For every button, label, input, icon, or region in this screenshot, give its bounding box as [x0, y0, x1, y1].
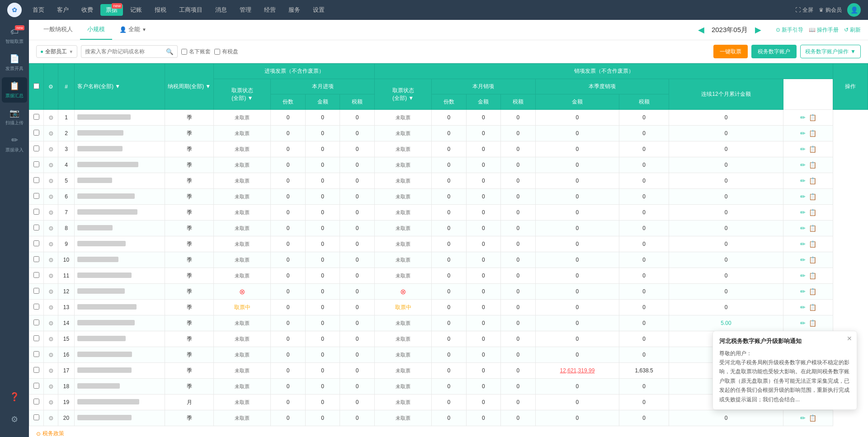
select-all-checkbox[interactable] — [33, 83, 39, 89]
nav-message[interactable]: 消息 — [210, 4, 232, 16]
tax-disk-filter[interactable]: 有税盘 — [214, 48, 238, 56]
one-click-fetch-btn[interactable]: 一键取票 — [713, 45, 748, 58]
row-checkbox[interactable] — [33, 272, 39, 278]
row-edit-btn[interactable]: ✏ — [799, 255, 807, 264]
row-checkbox[interactable] — [33, 304, 39, 310]
row-checkbox[interactable] — [33, 146, 39, 151]
row-edit-btn[interactable]: ✏ — [799, 287, 807, 296]
digital-account-ops-btn[interactable]: 税务数字账户操作 ▼ — [800, 45, 861, 58]
sidebar-item-smart-fetch[interactable]: 🏷 智能取票 new — [2, 23, 27, 48]
row-settings-icon[interactable]: ⚙ — [48, 415, 54, 422]
row-copy-btn[interactable]: 📋 — [808, 160, 817, 169]
row-checkbox[interactable] — [33, 256, 39, 262]
tab-small-scale[interactable]: 小规模 — [80, 20, 112, 40]
member-btn[interactable]: ♛ 购会员 — [819, 6, 842, 14]
row-copy-btn[interactable]: 📋 — [808, 287, 817, 296]
nav-accounting[interactable]: 记账 — [125, 4, 147, 16]
new-guide-link[interactable]: ⊙新手引导 — [776, 26, 803, 34]
row-checkbox[interactable] — [33, 193, 39, 199]
row-edit-btn[interactable]: ✏ — [799, 319, 807, 328]
row-edit-btn[interactable]: ✏ — [799, 176, 807, 185]
nav-operations[interactable]: 经营 — [259, 4, 281, 16]
sidebar-item-scan-upload[interactable]: 📷 扫描上传 — [2, 104, 27, 130]
nav-fee[interactable]: 收费 — [76, 4, 99, 16]
row-copy-btn[interactable]: 📋 — [808, 319, 817, 328]
tax-disk-checkbox[interactable] — [214, 49, 220, 55]
row-checkbox[interactable] — [33, 320, 39, 325]
row-settings-icon[interactable]: ⚙ — [48, 336, 54, 343]
row-edit-btn[interactable]: ✏ — [799, 414, 807, 423]
row-edit-btn[interactable]: ✏ — [799, 129, 807, 138]
row-edit-btn[interactable]: ✏ — [799, 192, 807, 201]
row-settings-icon[interactable]: ⚙ — [48, 162, 54, 169]
row-checkbox[interactable] — [33, 399, 39, 404]
row-settings-icon[interactable]: ⚙ — [48, 273, 54, 279]
row-copy-btn[interactable]: 📋 — [808, 414, 817, 423]
row-settings-icon[interactable]: ⚙ — [48, 288, 54, 295]
row-copy-btn[interactable]: 📋 — [808, 255, 817, 264]
row-settings-icon[interactable]: ⚙ — [48, 178, 54, 184]
header-jin-status[interactable]: 取票状态(全部) ▼ — [214, 79, 271, 110]
employee-filter-select[interactable]: ● 全部员工 ▼ — [36, 45, 77, 58]
row-settings-icon[interactable]: ⚙ — [48, 209, 54, 216]
row-checkbox[interactable] — [33, 288, 39, 294]
row-copy-btn[interactable]: 📋 — [808, 271, 817, 280]
nav-service[interactable]: 服务 — [283, 4, 306, 16]
sidebar-item-user-settings[interactable]: ⚙ — [2, 411, 27, 428]
row-copy-btn[interactable]: 📋 — [808, 192, 817, 201]
nav-settings[interactable]: 设置 — [307, 4, 330, 16]
row-copy-btn[interactable]: 📋 — [808, 224, 817, 233]
row-edit-btn[interactable]: ✏ — [799, 113, 807, 122]
nav-tax[interactable]: 报税 — [149, 4, 172, 16]
row-edit-btn[interactable]: ✏ — [799, 224, 807, 233]
subordinate-accounts-checkbox[interactable] — [181, 49, 187, 55]
row-settings-icon[interactable]: ⚙ — [48, 225, 54, 232]
row-edit-btn[interactable]: ✏ — [799, 271, 807, 280]
sidebar-item-invoice-entry[interactable]: ✏ 票据录入 — [2, 132, 27, 157]
row-checkbox[interactable] — [33, 335, 39, 341]
row-settings-icon[interactable]: ⚙ — [48, 193, 54, 200]
nav-manage[interactable]: 管理 — [234, 4, 257, 16]
customer-search-button[interactable]: 🔍 — [162, 45, 178, 58]
row-checkbox[interactable] — [33, 161, 39, 167]
row-copy-btn[interactable]: 📋 — [808, 113, 817, 122]
row-copy-btn[interactable]: 📋 — [808, 303, 817, 312]
row-checkbox[interactable] — [33, 367, 39, 373]
row-checkbox[interactable] — [33, 414, 39, 420]
notification-close-btn[interactable]: ✕ — [847, 335, 852, 342]
row-copy-btn[interactable]: 📋 — [808, 240, 817, 249]
row-checkbox[interactable] — [33, 240, 39, 246]
row-settings-icon[interactable]: ⚙ — [48, 241, 54, 248]
row-settings-icon[interactable]: ⚙ — [48, 304, 54, 311]
row-copy-btn[interactable]: 📋 — [808, 208, 817, 217]
tab-all[interactable]: 👤 全能 ▼ — [112, 20, 154, 40]
subordinate-accounts-filter[interactable]: 名下账套 — [181, 48, 211, 56]
period-prev-btn[interactable]: ◀ — [698, 25, 704, 35]
row-edit-btn[interactable]: ✏ — [799, 160, 807, 169]
row-edit-btn[interactable]: ✏ — [799, 145, 807, 154]
manual-link[interactable]: 📖操作手册 — [809, 26, 839, 34]
row-checkbox[interactable] — [33, 225, 39, 230]
row-edit-btn[interactable]: ✏ — [799, 240, 807, 249]
row-settings-icon[interactable]: ⚙ — [48, 367, 54, 374]
row-settings-icon[interactable]: ⚙ — [48, 383, 54, 390]
row-copy-btn[interactable]: 📋 — [808, 176, 817, 185]
row-checkbox[interactable] — [33, 114, 39, 120]
tab-general-taxpayer[interactable]: 一般纳税人 — [36, 20, 80, 40]
header-xiao-status[interactable]: 取票状态(全部) ▼ — [374, 79, 431, 110]
nav-invoice[interactable]: 票据 new — [100, 4, 123, 16]
row-edit-btn[interactable]: ✏ — [799, 208, 807, 217]
header-name-col[interactable]: 客户名称(全部) ▼ — [75, 64, 165, 110]
row-settings-icon[interactable]: ⚙ — [48, 352, 54, 358]
period-next-btn[interactable]: ▶ — [755, 25, 761, 35]
row-settings-icon[interactable]: ⚙ — [48, 146, 54, 153]
refresh-link[interactable]: ↺刷新 — [844, 26, 861, 34]
row-copy-btn[interactable]: 📋 — [808, 129, 817, 138]
tax-policy-link[interactable]: ⊙ 税务政策 — [36, 430, 861, 437]
settings-icon[interactable]: ⚙ — [48, 84, 53, 90]
sidebar-item-help[interactable]: ❓ — [2, 388, 27, 405]
nav-home[interactable]: 首页 — [27, 4, 50, 16]
row-edit-btn[interactable]: ✏ — [799, 303, 807, 312]
sidebar-item-invoice-summary[interactable]: 📋 票据汇总 — [2, 77, 27, 103]
row-settings-icon[interactable]: ⚙ — [48, 257, 54, 263]
